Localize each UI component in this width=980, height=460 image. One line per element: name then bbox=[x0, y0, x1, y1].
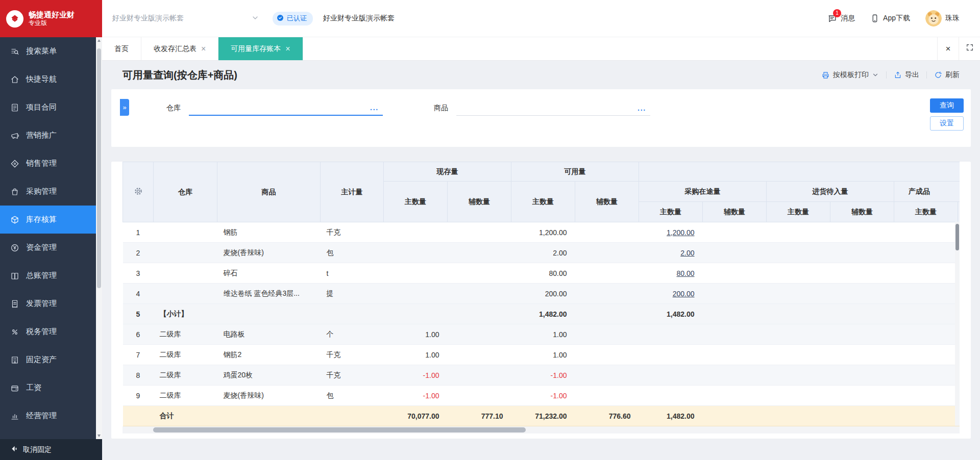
messages-button[interactable]: 1 消息 bbox=[827, 14, 855, 23]
sidebar-item-business[interactable]: 经营管理 bbox=[0, 402, 102, 430]
goods-filter-input[interactable]: ··· bbox=[456, 100, 650, 116]
goods-picker-button[interactable]: ··· bbox=[638, 106, 650, 115]
cell-avail_main: -1.00 bbox=[511, 386, 575, 406]
tab-close-icon[interactable]: × bbox=[285, 45, 290, 53]
assets-icon bbox=[10, 355, 19, 365]
cell-incoming_aux bbox=[830, 222, 894, 243]
settings-button[interactable]: 设置 bbox=[930, 116, 964, 131]
cell-incoming_aux bbox=[830, 324, 894, 345]
sidebar-item-sales[interactable]: 销售管理 bbox=[0, 149, 102, 177]
cell-avail_main: 1.00 bbox=[511, 324, 575, 345]
column-settings-button[interactable] bbox=[123, 162, 154, 222]
close-page-button[interactable]: × bbox=[937, 37, 959, 60]
sidebar-item-label: 经营管理 bbox=[26, 411, 57, 421]
table-row[interactable]: 6二级库电路板个1.001.00 bbox=[123, 324, 960, 345]
scroll-up-icon[interactable] bbox=[97, 39, 101, 42]
maximize-button[interactable] bbox=[959, 37, 980, 60]
header-transit-aux[interactable]: 辅数量 bbox=[703, 202, 767, 222]
sidebar-item-payroll[interactable]: 工资 bbox=[0, 374, 102, 402]
table-vertical-scrollbar[interactable] bbox=[955, 222, 960, 426]
unpin-sidebar-button[interactable]: 取消固定 bbox=[0, 439, 102, 460]
user-menu[interactable]: 珠珠 bbox=[925, 10, 960, 27]
tab-home[interactable]: 首页 bbox=[102, 37, 141, 60]
cell-avail_main: 2.00 bbox=[511, 243, 575, 263]
vertical-scrollbar-thumb[interactable] bbox=[955, 224, 959, 250]
cell-transit_main-link[interactable]: 80.00 bbox=[639, 263, 703, 284]
header-incoming-aux[interactable]: 辅数量 bbox=[830, 202, 894, 222]
cell-transit_main-link[interactable]: 1,200.00 bbox=[639, 222, 703, 243]
table-row[interactable]: 9二级库麦烧(香辣味)包-1.00-1.00 bbox=[123, 386, 960, 406]
cell-onhand_main: -1.00 bbox=[384, 365, 448, 386]
warehouse-filter-input[interactable]: ··· bbox=[189, 100, 383, 116]
warehouse-picker-button[interactable]: ··· bbox=[370, 106, 383, 115]
query-button[interactable]: 查询 bbox=[930, 98, 964, 113]
sidebar-item-search-menu[interactable]: 搜索菜单 bbox=[0, 37, 102, 65]
certified-badge-label: 已认证 bbox=[287, 14, 307, 23]
tab-available-ledger[interactable]: 可用量库存账本× bbox=[218, 37, 303, 60]
table-row[interactable]: 8二级库鸡蛋20枚千克-1.00-1.00 bbox=[123, 365, 960, 386]
sidebar-item-invoice[interactable]: 发票管理 bbox=[0, 290, 102, 318]
sidebar-item-marketing[interactable]: 营销推广 bbox=[0, 121, 102, 149]
sidebar-item-project-contract[interactable]: 项目合同 bbox=[0, 93, 102, 121]
sales-icon bbox=[10, 159, 19, 168]
header-finished-main[interactable]: 主数量 bbox=[894, 202, 958, 222]
sidebar-item-fixed-assets[interactable]: 固定资产 bbox=[0, 346, 102, 374]
cell-finished_main bbox=[894, 222, 958, 243]
tab-close-icon[interactable]: × bbox=[201, 45, 206, 53]
expand-filter-button[interactable]: » bbox=[120, 99, 129, 116]
scroll-down-icon[interactable] bbox=[97, 435, 101, 437]
cell-transit_main-link[interactable]: 2.00 bbox=[639, 243, 703, 263]
header-available-aux[interactable]: 辅数量 bbox=[575, 182, 639, 222]
cell-warehouse: 二级库 bbox=[154, 365, 217, 386]
cell-onhand_main: -1.00 bbox=[384, 386, 448, 406]
tab-inout-summary[interactable]: 收发存汇总表× bbox=[141, 37, 218, 60]
subtotal-row[interactable]: 5【小计】1,482.001,482.00 bbox=[123, 304, 960, 324]
table-row[interactable]: 3碎石t80.0080.00 bbox=[123, 263, 960, 284]
header-goods[interactable]: 商品 bbox=[217, 162, 321, 222]
table-row[interactable]: 2麦烧(香辣味)包2.002.00 bbox=[123, 243, 960, 263]
header-incoming-main[interactable]: 主数量 bbox=[767, 202, 830, 222]
header-onhand-main[interactable]: 主数量 bbox=[384, 182, 448, 222]
sidebar-item-clipped-item[interactable] bbox=[0, 430, 102, 439]
table-row[interactable]: 1钢筋千克1,200.001,200.00 bbox=[123, 222, 960, 243]
sidebar-item-quick-nav[interactable]: 快捷导航 bbox=[0, 65, 102, 93]
close-icon: × bbox=[946, 44, 951, 54]
filter-panel: » 仓库 ··· 商品 ··· 查询 设置 bbox=[111, 89, 971, 147]
header-group-expected-in: 预计入 bbox=[639, 162, 960, 182]
header-finished-aux[interactable]: 辅数量 bbox=[958, 202, 960, 222]
account-set-select[interactable]: 好业财专业版演示帐套 bbox=[109, 11, 262, 27]
cell-finished_main bbox=[894, 324, 958, 345]
header-available-main[interactable]: 主数量 bbox=[511, 182, 575, 222]
table-row[interactable]: 4维达卷纸 蓝色经典3层...提200.00200.00 bbox=[123, 284, 960, 304]
header-unit[interactable]: 主计量 bbox=[321, 162, 384, 222]
sidebar-scrollbar-thumb[interactable] bbox=[97, 48, 101, 288]
cell-onhand_aux bbox=[448, 222, 511, 243]
table-row[interactable]: 7二级库钢筋2千克1.001.00 bbox=[123, 345, 960, 365]
table-horizontal-scrollbar[interactable] bbox=[122, 426, 960, 433]
print-by-template-button[interactable]: 按模板打印 bbox=[821, 70, 879, 80]
export-button[interactable]: 导出 bbox=[894, 70, 919, 80]
cell-onhand_main bbox=[384, 243, 448, 263]
header-warehouse[interactable]: 仓库 bbox=[154, 162, 217, 222]
cell-incoming_aux bbox=[830, 263, 894, 284]
sidebar-item-tax[interactable]: 税务管理 bbox=[0, 318, 102, 346]
sidebar-scrollbar[interactable] bbox=[96, 37, 102, 439]
horizontal-scrollbar-thumb[interactable] bbox=[153, 427, 526, 432]
cell-incoming_main bbox=[767, 284, 830, 304]
app-download-button[interactable]: App下载 bbox=[870, 14, 910, 23]
sidebar-item-inventory-accounting[interactable]: 库存核算 bbox=[0, 206, 102, 234]
header-onhand-aux[interactable]: 辅数量 bbox=[448, 182, 511, 222]
refresh-button[interactable]: 刷新 bbox=[934, 70, 960, 80]
sidebar-item-purchase[interactable]: 采购管理 bbox=[0, 177, 102, 206]
cell-transit_aux bbox=[703, 345, 767, 365]
cell-avail_aux bbox=[575, 386, 639, 406]
header-transit-main[interactable]: 主数量 bbox=[639, 202, 703, 222]
sidebar-item-label: 发票管理 bbox=[26, 299, 57, 309]
user-name: 珠珠 bbox=[945, 14, 960, 23]
content-area: 可用量查询(按仓库+商品) 按模板打印 bbox=[102, 61, 980, 460]
cell-warehouse: 二级库 bbox=[154, 386, 217, 406]
sidebar-item-funds[interactable]: 资金管理 bbox=[0, 234, 102, 262]
total-transit_aux bbox=[703, 406, 767, 426]
sidebar-item-general-ledger[interactable]: 总账管理 bbox=[0, 262, 102, 290]
cell-transit_main-link[interactable]: 200.00 bbox=[639, 284, 703, 304]
